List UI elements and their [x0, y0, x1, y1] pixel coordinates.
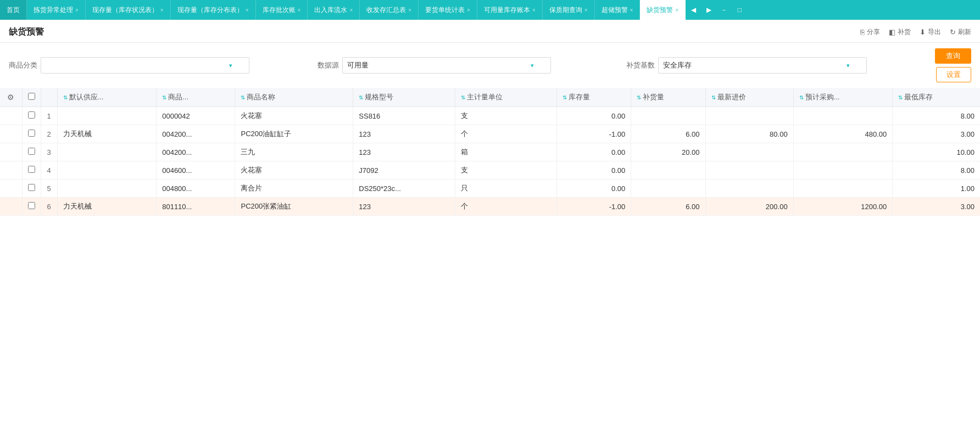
- td-unit: 支: [455, 161, 557, 180]
- td-stock: 0.00: [557, 161, 631, 180]
- replenish-base-select[interactable]: 安全库存 ▾: [658, 57, 867, 74]
- close-icon[interactable]: ×: [160, 7, 164, 13]
- row-checkbox[interactable]: [28, 184, 35, 191]
- tab-maximize-button[interactable]: □: [732, 0, 747, 20]
- th-checkbox: [22, 88, 41, 107]
- close-icon[interactable]: ×: [298, 7, 301, 13]
- query-button[interactable]: 查询: [935, 48, 971, 64]
- tab-next-button[interactable]: ▶: [701, 0, 716, 20]
- tab-inout-flow[interactable]: 出入库流水 ×: [308, 0, 360, 20]
- td-latest-price: [705, 143, 793, 161]
- tab-receive-summary[interactable]: 收发存汇总表 ×: [360, 0, 419, 20]
- tab-available-ledger[interactable]: 可用量库存账本 ×: [477, 0, 543, 20]
- replenish-button[interactable]: ◧ 补货: [889, 27, 911, 37]
- replenish-icon: ◧: [889, 28, 895, 36]
- category-arrow-icon: ▾: [229, 62, 232, 69]
- close-icon[interactable]: ×: [349, 7, 353, 13]
- td-estimated-purchase: 1200.00: [793, 198, 893, 216]
- close-icon[interactable]: ×: [630, 7, 633, 13]
- td-latest-price: 80.00: [705, 125, 793, 143]
- close-icon[interactable]: ×: [75, 7, 79, 13]
- td-stock: 0.00: [557, 107, 631, 125]
- td-estimated-purchase: [793, 161, 893, 180]
- tab-expiry-query[interactable]: 保质期查询 ×: [543, 0, 595, 20]
- th-spec[interactable]: ⇅ 规格型号: [353, 88, 455, 107]
- td-index: 6: [41, 198, 57, 216]
- close-icon[interactable]: ×: [675, 7, 678, 13]
- close-icon[interactable]: ×: [467, 7, 470, 13]
- gear-icon[interactable]: ⚙: [7, 93, 14, 102]
- row-checkbox[interactable]: [28, 148, 35, 155]
- share-icon: ⎘: [860, 28, 865, 36]
- refresh-icon: ↻: [950, 28, 956, 36]
- td-index: 2: [41, 125, 57, 143]
- row-checkbox[interactable]: [28, 202, 35, 209]
- tab-inventory-dist[interactable]: 现存量（库存分布表） ×: [171, 0, 256, 20]
- tab-prev-button[interactable]: ◀: [686, 0, 701, 20]
- td-product-name: 离合片: [235, 180, 353, 198]
- td-supplier: [57, 180, 157, 198]
- td-spec: SS816: [353, 107, 455, 125]
- th-replenish[interactable]: ⇅ 补货量: [631, 88, 705, 107]
- td-product-code: 0000042: [157, 107, 235, 125]
- td-product-code: 004200...: [157, 125, 235, 143]
- close-icon[interactable]: ×: [532, 7, 536, 13]
- th-min-stock[interactable]: ⇅ 最低库存: [893, 88, 980, 107]
- td-latest-price: [705, 180, 793, 198]
- th-supplier[interactable]: ⇅ 默认供应...: [57, 88, 157, 107]
- tab-batch[interactable]: 库存批次账 ×: [256, 0, 308, 20]
- row-checkbox[interactable]: [28, 130, 35, 137]
- td-min-stock: 10.00: [893, 143, 980, 161]
- datasource-filter: 数据源 可用量 ▾: [318, 57, 626, 74]
- category-label: 商品分类: [9, 60, 37, 70]
- td-replenish: 6.00: [631, 125, 705, 143]
- replenish-base-filter: 补货基数 安全库存 ▾: [626, 57, 935, 74]
- sort-icon: ⇅: [63, 94, 68, 100]
- tab-exception[interactable]: 拣货异常处理 ×: [27, 0, 86, 20]
- tab-shortage[interactable]: 缺货预警 ×: [640, 0, 686, 20]
- export-button[interactable]: ⬇ 导出: [920, 27, 941, 37]
- sort-icon: ⇅: [711, 94, 716, 100]
- refresh-button[interactable]: ↻ 刷新: [950, 27, 971, 37]
- tab-inventory-status[interactable]: 现存量（库存状况表） ×: [86, 0, 171, 20]
- th-stock[interactable]: ⇅ 库存量: [557, 88, 631, 107]
- select-all-checkbox[interactable]: [28, 93, 35, 100]
- td-gear: [0, 180, 22, 198]
- datasource-select[interactable]: 可用量 ▾: [342, 57, 551, 74]
- table-row: 6 力天机械 801110... PC200张紧油缸 123 个 -1.00 6…: [0, 198, 980, 216]
- sort-icon: ⇅: [162, 94, 166, 100]
- th-product-name[interactable]: ⇅ 商品名称: [235, 88, 353, 107]
- sort-icon: ⇅: [241, 94, 245, 100]
- th-unit[interactable]: ⇅ 主计量单位: [455, 88, 557, 107]
- replenish-base-value: 安全库存: [663, 60, 692, 70]
- td-product-code: 004200...: [157, 143, 235, 161]
- td-product-name: 三九: [235, 143, 353, 161]
- close-icon[interactable]: ×: [246, 7, 249, 13]
- close-icon[interactable]: ×: [408, 7, 411, 13]
- main-content: 缺货预警 ⎘ 分享 ◧ 补货 ⬇ 导出 ↻ 刷新 商品分类: [0, 20, 980, 437]
- th-latest-price[interactable]: ⇅ 最新进价: [705, 88, 793, 107]
- share-button[interactable]: ⎘ 分享: [860, 27, 880, 37]
- tab-minimize-button[interactable]: －: [716, 0, 732, 20]
- th-product-code[interactable]: ⇅ 商品...: [157, 88, 235, 107]
- td-min-stock: 8.00: [893, 107, 980, 125]
- td-gear: [0, 161, 22, 180]
- td-latest-price: [705, 161, 793, 180]
- td-estimated-purchase: 480.00: [793, 125, 893, 143]
- tab-home[interactable]: 首页: [0, 0, 27, 20]
- tab-overstock[interactable]: 超储预警 ×: [595, 0, 641, 20]
- td-unit: 箱: [455, 143, 557, 161]
- close-icon[interactable]: ×: [584, 7, 588, 13]
- td-min-stock: 3.00: [893, 198, 980, 216]
- th-estimated-purchase[interactable]: ⇅ 预计采购...: [793, 88, 893, 107]
- row-checkbox[interactable]: [28, 166, 35, 173]
- td-gear: [0, 198, 22, 216]
- category-select[interactable]: ▾: [41, 57, 249, 74]
- filter-actions: 查询 设置: [935, 48, 971, 82]
- row-checkbox[interactable]: [28, 111, 35, 119]
- settings-button[interactable]: 设置: [936, 67, 971, 82]
- tab-order-stat[interactable]: 要货单统计表 ×: [419, 0, 477, 20]
- th-gear: ⚙: [0, 88, 22, 107]
- page-header: 缺货预警 ⎘ 分享 ◧ 补货 ⬇ 导出 ↻ 刷新: [0, 20, 980, 43]
- td-spec: 123: [353, 125, 455, 143]
